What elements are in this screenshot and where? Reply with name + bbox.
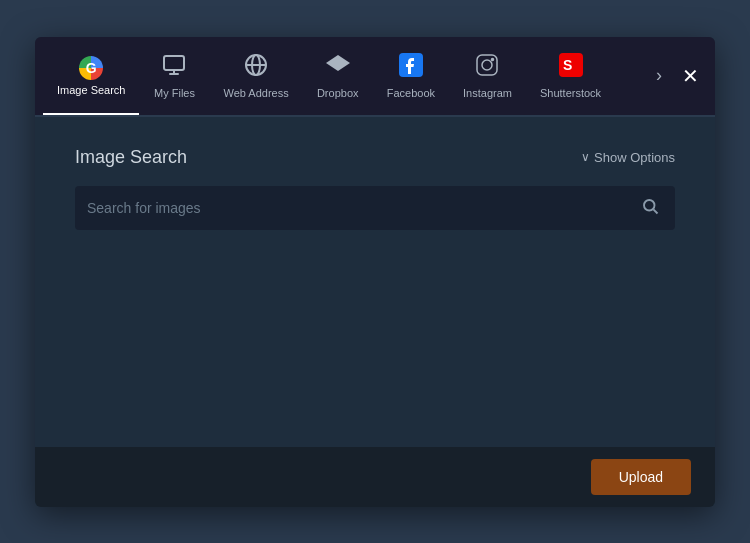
svg-point-10 — [644, 200, 655, 211]
tab-label-dropbox: Dropbox — [317, 87, 359, 99]
nav-tabs: G Image Search My Files — [43, 37, 648, 115]
tab-label-web-address: Web Address — [223, 87, 288, 99]
svg-rect-0 — [164, 56, 184, 70]
tab-label-shutterstock: Shutterstock — [540, 87, 601, 99]
upload-button[interactable]: Upload — [591, 459, 691, 495]
show-options-chevron: ∨ — [581, 150, 590, 164]
globe-icon — [244, 53, 268, 83]
search-button[interactable] — [637, 193, 663, 223]
tab-label-instagram: Instagram — [463, 87, 512, 99]
tab-my-files[interactable]: My Files — [139, 37, 209, 115]
content-header: Image Search ∨ Show Options — [75, 147, 675, 168]
modal: G Image Search My Files — [35, 37, 715, 507]
google-icon: G — [79, 53, 103, 80]
search-input[interactable] — [87, 200, 637, 216]
instagram-icon — [475, 53, 499, 83]
svg-point-7 — [492, 58, 494, 60]
facebook-icon — [399, 53, 423, 83]
svg-text:S: S — [563, 57, 572, 73]
shutterstock-icon: S — [559, 53, 583, 83]
tab-web-address[interactable]: Web Address — [209, 37, 302, 115]
footer: Upload — [35, 447, 715, 507]
page-title: Image Search — [75, 147, 187, 168]
tab-dropbox[interactable]: Dropbox — [303, 37, 373, 115]
show-options-label: Show Options — [594, 150, 675, 165]
tab-label-image-search: Image Search — [57, 84, 125, 96]
svg-point-6 — [482, 60, 492, 70]
tab-instagram[interactable]: Instagram — [449, 37, 526, 115]
nav-bar: G Image Search My Files — [35, 37, 715, 117]
tab-facebook[interactable]: Facebook — [373, 37, 449, 115]
close-icon[interactable]: ✕ — [674, 56, 707, 96]
tab-label-facebook: Facebook — [387, 87, 435, 99]
show-options-button[interactable]: ∨ Show Options — [581, 150, 675, 165]
search-bar — [75, 186, 675, 230]
content-area: Image Search ∨ Show Options — [35, 117, 715, 447]
tab-image-search[interactable]: G Image Search — [43, 37, 139, 115]
svg-rect-5 — [477, 55, 497, 75]
search-icon — [641, 197, 659, 215]
monitor-icon — [162, 53, 186, 83]
svg-line-11 — [653, 209, 657, 213]
dropbox-icon — [326, 53, 350, 83]
tab-shutterstock[interactable]: S Shutterstock — [526, 37, 615, 115]
tab-label-my-files: My Files — [154, 87, 195, 99]
more-tabs-chevron[interactable]: › — [648, 57, 670, 94]
